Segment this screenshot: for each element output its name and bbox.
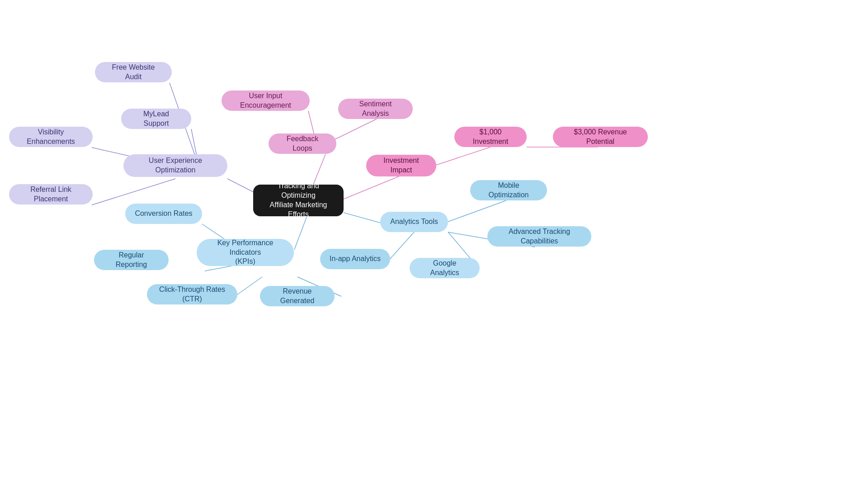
svg-line-17 [448,200,506,222]
inapp-analytics-node: In-app Analytics [320,249,390,269]
center-node: Tracking and Optimizing Affiliate Market… [253,185,344,216]
referral-link-node: Referral Link Placement [9,184,93,205]
feedback-loops-node: Feedback Loops [269,133,336,154]
visibility-node: Visibility Enhancements [9,127,93,147]
uxo-node: User Experience Optimization [123,154,227,177]
mylead-node: MyLead Support [121,109,191,129]
mobile-opt-node: Mobile Optimization [470,180,547,200]
kpi-node: Key Performance Indicators (KPIs) [197,239,294,266]
user-input-node: User Input Encouragement [222,90,310,111]
investment-impact-node: Investment Impact [366,155,436,176]
svg-line-19 [390,232,414,259]
analytics-tools-node: Analytics Tools [380,212,448,232]
google-analytics-node: Google Analytics [410,258,480,278]
svg-line-8 [92,179,175,205]
conversion-rates-node: Conversion Rates [125,204,202,224]
regular-reporting-node: Regular Reporting [94,250,169,270]
sentiment-node: Sentiment Analysis [338,99,413,119]
svg-line-2 [344,176,401,199]
revenue-3k-node: $3,000 Revenue Potential [553,127,648,147]
investment-1k-node: $1,000 Investment [454,127,527,147]
free-audit-node: Free Website Audit [95,62,172,82]
ctr-node: Click-Through Rates (CTR) [147,284,237,304]
svg-line-14 [237,277,262,295]
svg-line-3 [294,215,307,250]
revenue-generated-node: Revenue Generated [260,286,335,306]
svg-line-11 [436,147,491,165]
advanced-tracking-node: Advanced Tracking Capabilities [487,226,591,247]
